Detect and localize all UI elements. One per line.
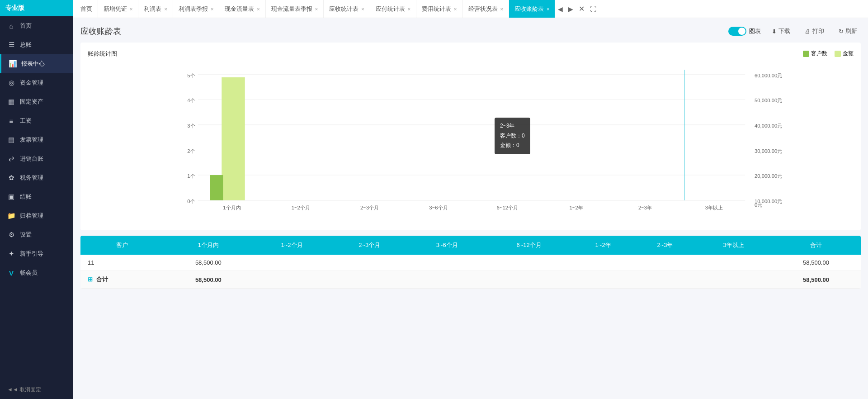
total-m3 (330, 271, 408, 289)
tab-ap-stats-label: 应付统计表 (376, 5, 405, 13)
sidebar-item-invoice-label: 发票管理 (20, 136, 43, 144)
cell-m3 (330, 255, 408, 271)
tab-ar-aging-close[interactable]: × (547, 6, 549, 12)
print-btn[interactable]: 🖨 打印 (801, 25, 828, 37)
sidebar: 专业版 ⌂ 首页 ☰ 总账 📊 报表中心 ◎ 资金管理 ▦ 固定资产 ≡ 工资 … (0, 0, 73, 399)
total-label: 合计 (96, 276, 108, 283)
sidebar-item-settlement[interactable]: ▣ 结账 (0, 187, 73, 206)
sidebar-item-sales[interactable]: ⇄ 进销台账 (0, 149, 73, 168)
col-total: 合计 (771, 236, 861, 255)
tab-profit-quarter-close[interactable]: × (211, 6, 213, 12)
sidebar-item-ledger[interactable]: ☰ 总账 (0, 35, 73, 54)
sidebar-item-salary[interactable]: ≡ 工资 (0, 111, 73, 130)
svg-text:40,000.00元: 40,000.00元 (755, 123, 782, 128)
svg-text:20,000.00元: 20,000.00元 (755, 173, 782, 179)
download-btn[interactable]: ⬇ 下载 (768, 25, 794, 37)
home-icon: ⌂ (7, 22, 15, 30)
total-m2 (253, 271, 331, 289)
sidebar-item-archive-label: 归档管理 (20, 212, 43, 220)
member-icon: V (7, 269, 15, 277)
sidebar-collapse-btn[interactable]: ◄◄ 取消固定 (0, 380, 73, 399)
svg-text:0个: 0个 (187, 199, 195, 204)
sidebar-item-settlement-label: 结账 (20, 193, 32, 201)
bar-amount-1month (222, 77, 245, 200)
sidebar-item-home[interactable]: ⌂ 首页 (0, 16, 73, 35)
tab-voucher[interactable]: 新增凭证 × (98, 0, 138, 18)
tax-icon: ✿ (7, 174, 15, 182)
svg-text:3~6个月: 3~6个月 (429, 205, 448, 210)
tab-ar-aging-label: 应收账龄表 (514, 5, 544, 13)
tab-prev-btn[interactable]: ◀ (555, 0, 566, 18)
sidebar-item-funds-label: 资金管理 (20, 79, 43, 87)
tab-ar-aging[interactable]: 应收账龄表 × (509, 0, 555, 18)
tab-fullscreen-btn[interactable]: ⛶ (587, 0, 599, 18)
settings-icon: ⚙ (7, 231, 15, 239)
total-m1: 58,500.00 (164, 271, 253, 289)
refresh-label: 刷新 (845, 27, 857, 35)
tab-home[interactable]: 首页 (75, 0, 98, 18)
tab-cashflow[interactable]: 现金流量表 × (219, 0, 265, 18)
tab-cashflow-quarter-close[interactable]: × (315, 6, 318, 12)
sidebar-item-funds[interactable]: ◎ 资金管理 (0, 73, 73, 92)
report-table: 客户 1个月内 1~2个月 2~3个月 3~6个月 6~12个月 1~2年 2~… (80, 236, 861, 289)
table-header-row: 客户 1个月内 1~2个月 2~3个月 3~6个月 6~12个月 1~2年 2~… (80, 236, 861, 255)
tab-ap-stats[interactable]: 应付统计表 × (370, 0, 416, 18)
chart-svg-wrapper: 5个 4个 3个 2个 1个 0个 60,000.00元 50,000.00元 … (88, 63, 854, 223)
tab-business[interactable]: 经营状况表 × (463, 0, 509, 18)
tab-profit-quarter[interactable]: 利润表季报 × (173, 0, 219, 18)
tab-cashflow-quarter[interactable]: 现金流量表季报 × (266, 0, 324, 18)
funds-icon: ◎ (7, 79, 15, 87)
chart-toggle[interactable]: 图表 (728, 27, 761, 36)
total-y2 (634, 271, 696, 289)
tab-ar-stats[interactable]: 应收统计表 × (324, 0, 370, 18)
total-y3 (696, 271, 771, 289)
page-header: 应收账龄表 图表 ⬇ 下载 🖨 打印 ↻ 刷新 (80, 25, 861, 37)
cell-y1 (572, 255, 634, 271)
col-customer: 客户 (80, 236, 164, 255)
toggle-knob[interactable] (728, 27, 746, 36)
tab-next-btn[interactable]: ▶ (566, 0, 576, 18)
col-m6: 3~6个月 (408, 236, 486, 255)
refresh-btn[interactable]: ↻ 刷新 (835, 25, 861, 37)
sidebar-item-home-label: 首页 (20, 22, 32, 30)
tab-profit-close[interactable]: × (164, 6, 167, 12)
sidebar-item-assets[interactable]: ▦ 固定资产 (0, 92, 73, 111)
chart-container: 账龄统计图 客户数 金额 5个 4个 3个 2个 1个 (80, 43, 861, 230)
sidebar-item-reports[interactable]: 📊 报表中心 (0, 54, 73, 73)
sidebar-item-settings[interactable]: ⚙ 设置 (0, 225, 73, 244)
sidebar-item-guide[interactable]: ✦ 新手引导 (0, 244, 73, 263)
sidebar-item-invoice[interactable]: ▤ 发票管理 (0, 130, 73, 149)
col-y3: 3年以上 (696, 236, 771, 255)
content-area: 应收账龄表 图表 ⬇ 下载 🖨 打印 ↻ 刷新 (73, 18, 868, 399)
sidebar-item-archive[interactable]: 📁 归档管理 (0, 206, 73, 225)
archive-icon: 📁 (7, 212, 15, 220)
tab-business-close[interactable]: × (500, 6, 503, 12)
tab-cashflow-close[interactable]: × (257, 6, 259, 12)
col-y1: 1~2年 (572, 236, 634, 255)
sidebar-item-tax-label: 税务管理 (20, 174, 43, 182)
sales-icon: ⇄ (7, 155, 15, 163)
legend-customers: 客户数 (803, 50, 827, 57)
sidebar-item-assets-label: 固定资产 (20, 98, 43, 106)
salary-icon: ≡ (7, 117, 15, 125)
svg-text:1个月内: 1个月内 (223, 205, 241, 210)
tab-profit[interactable]: 利润表 × (138, 0, 173, 18)
cell-y3 (696, 255, 771, 271)
sidebar-item-member[interactable]: V 畅会员 (0, 263, 73, 282)
tab-voucher-close[interactable]: × (130, 6, 132, 12)
tab-ar-stats-close[interactable]: × (361, 6, 364, 12)
cell-m12 (486, 255, 572, 271)
tab-expense-close[interactable]: × (454, 6, 457, 12)
print-label: 打印 (812, 27, 824, 35)
sidebar-logo: 专业版 (0, 0, 73, 16)
tab-expense[interactable]: 费用统计表 × (416, 0, 462, 18)
svg-text:0元: 0元 (755, 202, 762, 208)
tab-cashflow-quarter-label: 现金流量表季报 (271, 5, 312, 13)
sidebar-item-settings-label: 设置 (20, 231, 32, 239)
sidebar-item-sales-label: 进销台账 (20, 155, 43, 163)
bar-customers-1month (210, 175, 223, 200)
sidebar-item-tax[interactable]: ✿ 税务管理 (0, 168, 73, 187)
cell-m2 (253, 255, 331, 271)
tab-close-all-btn[interactable]: ✕ (576, 0, 587, 18)
tab-ap-stats-close[interactable]: × (408, 6, 410, 12)
